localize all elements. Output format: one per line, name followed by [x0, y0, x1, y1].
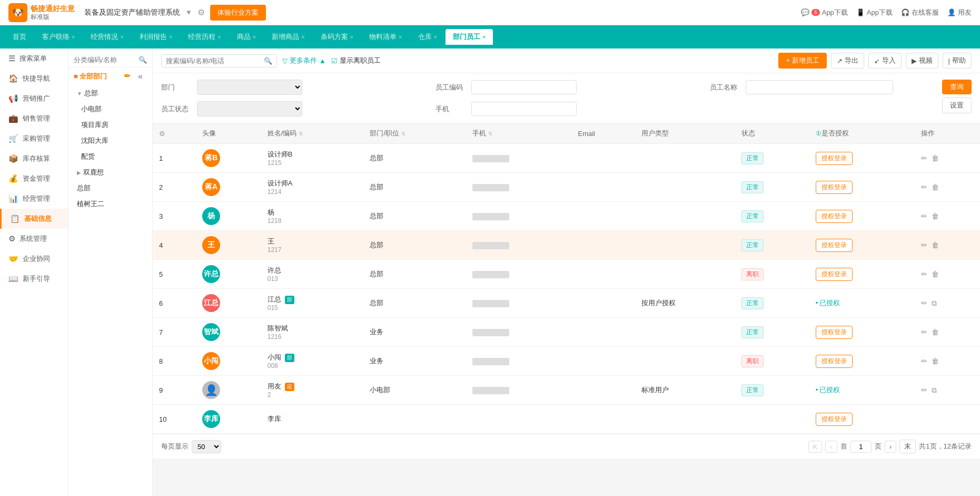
delete-icon[interactable]: 🗑	[932, 270, 939, 278]
auth-login-button[interactable]: 授权登录	[816, 413, 853, 426]
sidebar-item-sales[interactable]: 💼 销售管理	[0, 109, 68, 129]
copy-icon[interactable]: ⧉	[932, 299, 937, 308]
settings-icon[interactable]: ⚙	[197, 7, 205, 17]
close-icon[interactable]: ×	[350, 34, 353, 40]
delete-icon[interactable]: 🗑	[932, 154, 939, 162]
dept-collapse-btn[interactable]: «	[134, 72, 147, 81]
row-authorized[interactable]: 授权登录	[809, 202, 915, 231]
tab-new-goods[interactable]: 新增商品 ×	[264, 29, 312, 45]
sidebar-item-basicinfo[interactable]: 📋 基础信息	[0, 209, 68, 229]
row-authorized[interactable]: 授权登录	[809, 260, 915, 289]
sidebar-item-purchase[interactable]: 🛒 采购管理	[0, 129, 68, 149]
delete-icon[interactable]: 🗑	[932, 328, 939, 336]
tab-employees[interactable]: 部门员工 ×	[446, 29, 493, 45]
prev-page-btn[interactable]: ‹	[825, 441, 837, 453]
try-button[interactable]: 体验行业方案	[210, 5, 266, 21]
user-btn[interactable]: 👤 用友	[947, 8, 972, 17]
page-number-input[interactable]	[850, 441, 872, 453]
delete-icon[interactable]: 🗑	[932, 241, 939, 249]
tab-profit[interactable]: 利润报告 ×	[132, 29, 180, 45]
search-input[interactable]	[166, 57, 261, 65]
first-page-btn[interactable]: K	[808, 441, 823, 453]
edit-icon[interactable]: ✏	[921, 212, 927, 220]
close-icon[interactable]: ×	[217, 34, 221, 40]
delete-icon[interactable]: 🗑	[932, 183, 939, 191]
sort-icon[interactable]: ⇅	[401, 131, 405, 137]
dept-select[interactable]	[197, 80, 302, 95]
row-authorized[interactable]: 授权登录	[809, 405, 915, 434]
status-select[interactable]	[197, 101, 302, 116]
help-button[interactable]: | 帮助	[943, 53, 972, 69]
tab-customer[interactable]: 客户联络 ×	[35, 29, 82, 45]
dept-item-xiangmuku[interactable]: 项目库房	[68, 117, 152, 133]
close-icon[interactable]: ×	[253, 34, 256, 40]
row-authorized[interactable]: 授权登录	[809, 318, 915, 347]
close-icon[interactable]: ×	[301, 34, 304, 40]
dept-search-icon[interactable]: 🔍	[138, 56, 147, 64]
tab-barcode[interactable]: 条码方案 ×	[313, 29, 361, 45]
sidebar-item-marketing[interactable]: 📢 营销推广	[0, 89, 68, 109]
auth-login-button[interactable]: 授权登录	[816, 326, 853, 339]
copy-icon[interactable]: ⧉	[932, 386, 937, 395]
auth-login-button[interactable]: 授权登录	[816, 181, 853, 194]
message-btn[interactable]: 💬 6 App下载	[801, 8, 848, 17]
dept-item-shenyangdaku[interactable]: 沈阳大库	[68, 133, 152, 149]
col-phone[interactable]: 手机 ⇅	[466, 123, 572, 144]
tab-operation-status[interactable]: 经营情况 ×	[83, 29, 131, 45]
view-button[interactable]: ▶ 视频	[906, 53, 938, 69]
dropdown-icon[interactable]: ▼	[185, 8, 192, 16]
export-button[interactable]: ↗ 导出	[831, 53, 864, 69]
dept-item-zongbu2[interactable]: 总部	[68, 180, 152, 196]
row-authorized[interactable]: 授权登录	[809, 231, 915, 260]
sidebar-item-search[interactable]: ☰ 搜索菜单	[0, 48, 68, 69]
last-page-btn[interactable]: 末	[899, 440, 916, 453]
close-icon[interactable]: ×	[482, 34, 486, 40]
emp-code-input[interactable]	[471, 80, 577, 94]
close-icon[interactable]: ×	[72, 34, 75, 40]
search-icon[interactable]: 🔍	[264, 57, 272, 65]
settings-icon[interactable]: ⚙	[159, 130, 165, 138]
dept-item-peihuo[interactable]: 配货	[68, 149, 152, 164]
import-button[interactable]: ↙ 导入	[868, 53, 902, 69]
sidebar-item-operation[interactable]: 📊 经营管理	[0, 189, 68, 209]
tab-home[interactable]: 首页	[5, 29, 34, 45]
edit-icon[interactable]: ✏	[921, 154, 927, 162]
tab-goods[interactable]: 商品 ×	[230, 29, 263, 45]
col-settings[interactable]: ⚙	[153, 123, 196, 144]
phone-input[interactable]	[471, 102, 577, 116]
dept-edit-icon[interactable]: ✏	[124, 72, 131, 81]
app-download-btn[interactable]: 📱 App下载	[856, 8, 893, 17]
edit-icon[interactable]: ✏	[921, 386, 927, 394]
tab-warehouse[interactable]: 仓库 ×	[411, 29, 444, 45]
dept-item-zhishu[interactable]: 植树王二	[68, 196, 152, 212]
edit-icon[interactable]: ✏	[921, 241, 927, 249]
dept-item-shuanglu[interactable]: ▶ 双鹿想	[68, 164, 152, 180]
auth-login-button[interactable]: 授权登录	[816, 210, 853, 223]
sidebar-item-quicknav[interactable]: 🏠 快捷导航	[0, 69, 68, 89]
row-authorized[interactable]: 授权登录	[809, 347, 915, 376]
row-authorized[interactable]: 授权登录	[809, 173, 915, 202]
online-service-btn[interactable]: 🎧 在线客服	[901, 8, 939, 17]
delete-icon[interactable]: 🗑	[932, 212, 939, 220]
col-dept[interactable]: 部门/职位 ⇅	[363, 123, 466, 144]
sidebar-item-guide[interactable]: 📖 新手引导	[0, 269, 68, 289]
sort-icon[interactable]: ⇅	[299, 131, 303, 137]
more-conditions-btn[interactable]: ▽ 更多条件 ▲	[282, 56, 326, 65]
sidebar-item-system[interactable]: ⚙ 系统管理	[0, 229, 68, 249]
auth-login-button[interactable]: 授权登录	[816, 239, 853, 252]
tab-bom[interactable]: 物料清单 ×	[362, 29, 409, 45]
auth-login-button[interactable]: 授权登录	[816, 152, 853, 165]
col-name[interactable]: 姓名/编码 ⇅	[261, 123, 364, 144]
edit-icon[interactable]: ✏	[921, 299, 927, 307]
auth-login-button[interactable]: 授权登录	[816, 268, 853, 281]
close-icon[interactable]: ×	[169, 34, 172, 40]
row-authorized[interactable]: 授权登录	[809, 144, 915, 173]
sort-icon[interactable]: ⇅	[488, 131, 492, 137]
next-page-btn[interactable]: ›	[885, 441, 896, 453]
edit-icon[interactable]: ✏	[921, 357, 927, 365]
delete-icon[interactable]: 🗑	[932, 357, 939, 365]
edit-icon[interactable]: ✏	[921, 183, 927, 191]
dept-item-zongbu[interactable]: ▼ 总部	[68, 85, 152, 101]
tab-history[interactable]: 经营历程 ×	[181, 29, 228, 45]
auth-login-button[interactable]: 授权登录	[816, 355, 853, 368]
